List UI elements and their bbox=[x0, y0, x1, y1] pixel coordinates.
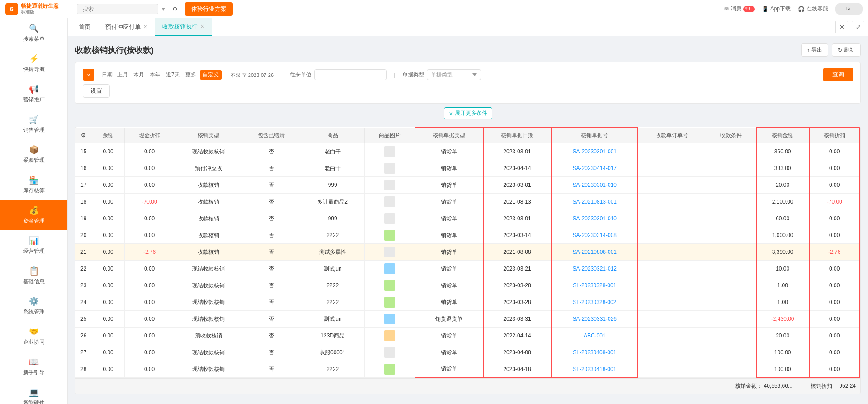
sidebar-item-sales[interactable]: 🛒 销售管理 bbox=[0, 109, 67, 139]
table-cell[interactable]: SA-20230331-026 bbox=[551, 311, 638, 328]
date-this-month[interactable]: 本月 bbox=[132, 70, 146, 80]
tab-home[interactable]: 首页 bbox=[71, 18, 98, 36]
table-cell: 0.00 bbox=[124, 227, 175, 244]
tab-prepay[interactable]: 预付冲应付单 ✕ bbox=[98, 18, 155, 36]
table-cell[interactable]: SL-20230328-002 bbox=[551, 294, 638, 311]
message-area[interactable]: ✉ 消息 99+ bbox=[724, 5, 755, 13]
table-cell: 2023-03-01 bbox=[483, 177, 552, 194]
tab-prepay-close[interactable]: ✕ bbox=[143, 24, 147, 30]
filter-toggle-btn[interactable]: » bbox=[83, 69, 94, 81]
table-cell: 0.00 bbox=[809, 210, 860, 227]
th-gear[interactable]: ⚙ bbox=[75, 128, 92, 143]
date-custom[interactable]: 自定义 bbox=[200, 70, 222, 80]
maximize-btn[interactable]: ⤢ bbox=[852, 21, 864, 33]
product-image bbox=[384, 230, 395, 241]
sidebar-item-operation[interactable]: 📊 经营管理 bbox=[0, 230, 67, 261]
date-this-year[interactable]: 本年 bbox=[148, 70, 162, 80]
sidebar-item-enterprise[interactable]: 🤝 企业协同 bbox=[0, 321, 67, 352]
voucher-no-link[interactable]: SA-20210813-001 bbox=[573, 199, 617, 205]
table-cell[interactable]: SL-20230328-001 bbox=[551, 277, 638, 294]
export-button[interactable]: ↑ 导出 bbox=[801, 43, 828, 57]
voucher-no-link[interactable]: SA-20230314-008 bbox=[573, 232, 617, 238]
date-7days[interactable]: 近7天 bbox=[164, 70, 182, 80]
voucher-no-link[interactable]: SA-20210808-001 bbox=[573, 249, 617, 255]
sidebar-item-inventory[interactable]: 🏪 库存核算 bbox=[0, 170, 67, 200]
voucher-no-link[interactable]: SL-20230328-002 bbox=[573, 299, 616, 305]
table-cell[interactable]: SA-20230321-012 bbox=[551, 261, 638, 277]
sidebar-label-marketing: 营销推广 bbox=[23, 96, 45, 104]
table-cell: 0.00 bbox=[809, 177, 860, 194]
table-cell[interactable]: SA-20230301-010 bbox=[551, 177, 638, 194]
voucher-no-link[interactable]: ABC-001 bbox=[584, 333, 606, 339]
close-window-btn[interactable]: ✕ bbox=[835, 21, 848, 33]
table-cell[interactable]: SA-20230414-017 bbox=[551, 160, 638, 177]
table-cell[interactable]: SA-20230301-010 bbox=[551, 210, 638, 227]
gear-icon[interactable]: ⚙ bbox=[169, 3, 181, 15]
product-image bbox=[384, 330, 395, 341]
user-avatar[interactable]: Rit bbox=[835, 3, 863, 15]
date-more[interactable]: 更多 bbox=[184, 70, 198, 80]
refresh-button[interactable]: ↻ 刷新 bbox=[832, 43, 861, 57]
table-cell[interactable]: SL-20230418-001 bbox=[551, 361, 638, 378]
voucher-no-link[interactable]: SL-20230328-001 bbox=[573, 282, 616, 289]
table-cell[interactable]: SA-20230301-001 bbox=[551, 143, 638, 160]
table-cell[interactable]: SL-20230408-001 bbox=[551, 344, 638, 361]
sidebar-item-smart-hw[interactable]: 💻 智能硬件 bbox=[0, 382, 67, 404]
voucher-no-link[interactable]: SA-20230414-017 bbox=[573, 165, 617, 171]
table-cell[interactable]: SA-20230314-008 bbox=[551, 227, 638, 244]
table-cell: 0.00 bbox=[124, 210, 175, 227]
table-cell: 20.00 bbox=[756, 177, 809, 194]
table-cell: 0.00 bbox=[92, 143, 124, 160]
table-cell: 0.00 bbox=[809, 227, 860, 244]
app-version: 标准版 bbox=[21, 10, 59, 15]
tab-receipt-cancel[interactable]: 收款核销执行 ✕ bbox=[155, 18, 212, 36]
table-cell bbox=[706, 344, 756, 361]
table-cell bbox=[364, 344, 415, 361]
dropdown-icon[interactable]: ▾ bbox=[162, 5, 165, 12]
sidebar-item-quick-nav[interactable]: ⚡ 快捷导航 bbox=[0, 48, 67, 79]
app-download-btn[interactable]: 📱 App下载 bbox=[762, 5, 791, 13]
expand-conditions-btn[interactable]: ∨ 展开更多条件 bbox=[444, 107, 492, 119]
global-search-input[interactable] bbox=[77, 4, 158, 14]
voucher-type-select[interactable]: 单据类型 bbox=[427, 69, 481, 80]
voucher-no-link[interactable]: SA-20230301-010 bbox=[573, 215, 617, 222]
date-last-month[interactable]: 上月 bbox=[115, 70, 130, 80]
table-cell[interactable]: ABC-001 bbox=[551, 328, 638, 344]
sidebar-item-base-info[interactable]: 📋 基础信息 bbox=[0, 261, 67, 291]
enterprise-icon: 🤝 bbox=[29, 327, 39, 337]
table-cell[interactable]: SA-20210808-001 bbox=[551, 244, 638, 261]
table-cell[interactable]: SA-20210813-001 bbox=[551, 194, 638, 210]
table-cell: 销货单 bbox=[415, 361, 483, 378]
sidebar-item-marketing[interactable]: 📢 营销推广 bbox=[0, 79, 67, 109]
table-cell bbox=[364, 261, 415, 277]
table-cell bbox=[638, 328, 706, 344]
sidebar-item-guide[interactable]: 📖 新手引导 bbox=[0, 352, 67, 382]
table-cell: 0.00 bbox=[92, 210, 124, 227]
voucher-no-link[interactable]: SA-20230301-001 bbox=[573, 148, 617, 155]
table-cell: 0.00 bbox=[92, 277, 124, 294]
query-button[interactable]: 查询 bbox=[823, 68, 853, 81]
finance-icon: 💰 bbox=[29, 205, 39, 215]
voucher-no-link[interactable]: SA-20230301-010 bbox=[573, 182, 617, 188]
partner-input[interactable] bbox=[314, 69, 387, 80]
sidebar-label-smart-hw: 智能硬件 bbox=[23, 399, 45, 404]
sidebar-item-system[interactable]: ⚙️ 系统管理 bbox=[0, 291, 67, 321]
tab-receipt-cancel-close[interactable]: ✕ bbox=[200, 24, 204, 29]
voucher-no-link[interactable]: SL-20230408-001 bbox=[573, 349, 616, 356]
sidebar-item-purchase[interactable]: 📦 采购管理 bbox=[0, 139, 67, 170]
table-cell: 0.00 bbox=[124, 344, 175, 361]
sidebar-item-finance[interactable]: 💰 资金管理 bbox=[0, 200, 67, 230]
table-cell bbox=[638, 194, 706, 210]
table-cell: 0.00 bbox=[124, 328, 175, 344]
online-service-btn[interactable]: 🎧 在线客服 bbox=[798, 5, 828, 13]
voucher-no-link[interactable]: SA-20230331-026 bbox=[573, 316, 617, 322]
settings-button[interactable]: 设置 bbox=[83, 84, 110, 98]
voucher-no-link[interactable]: SL-20230418-001 bbox=[573, 366, 616, 372]
trial-button[interactable]: 体验行业方案 bbox=[185, 2, 233, 16]
inventory-icon: 🏪 bbox=[29, 175, 39, 185]
voucher-no-link[interactable]: SA-20230321-012 bbox=[573, 266, 617, 272]
table-cell: 销货单 bbox=[415, 227, 483, 244]
partner-filter: 往来单位 bbox=[290, 69, 387, 80]
sidebar-item-search-menu[interactable]: 🔍 搜索菜单 bbox=[0, 18, 67, 48]
table-cell: 否 bbox=[242, 210, 301, 227]
